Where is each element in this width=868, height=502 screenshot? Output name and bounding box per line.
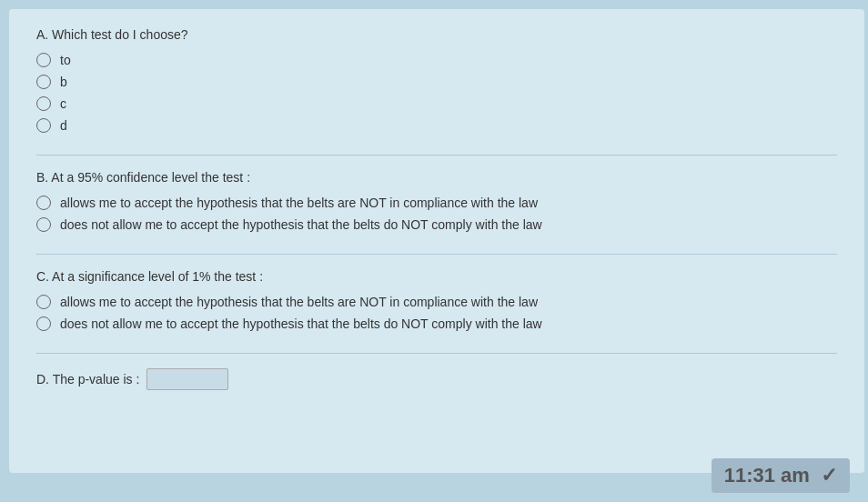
radio-b1[interactable] <box>36 196 51 210</box>
list-item: does not allow me to accept the hypothes… <box>36 217 837 232</box>
time-display: 11:31 am ✓ <box>712 458 850 493</box>
radio-c1[interactable] <box>36 295 51 309</box>
radio-a1[interactable] <box>36 53 51 67</box>
option-b1-text: allows me to accept the hypothesis that … <box>60 196 538 210</box>
divider-bc <box>36 254 837 255</box>
radio-c2[interactable] <box>36 316 51 331</box>
question-c-options: allows me to accept the hypothesis that … <box>36 295 837 331</box>
radio-b2[interactable] <box>36 217 51 232</box>
question-b-options: allows me to accept the hypothesis that … <box>36 196 837 232</box>
main-container: A. Which test do I choose? to b c d <box>0 0 868 502</box>
option-b2-text: does not allow me to accept the hypothes… <box>60 217 542 232</box>
option-c2-text: does not allow me to accept the hypothes… <box>60 316 542 331</box>
time-text: 11:31 am <box>724 464 810 487</box>
question-b-label: B. At a 95% confidence level the test : <box>36 170 837 185</box>
radio-a4[interactable] <box>36 118 51 133</box>
bottom-bar: 11:31 am ✓ <box>712 458 850 493</box>
list-item: allows me to accept the hypothesis that … <box>36 196 837 210</box>
option-c1-text: allows me to accept the hypothesis that … <box>60 295 538 309</box>
option-a2-text: b <box>60 75 67 89</box>
p-value-input[interactable] <box>146 368 228 390</box>
radio-a2[interactable] <box>36 75 51 89</box>
list-item: d <box>36 118 837 133</box>
question-b-block: B. At a 95% confidence level the test : … <box>36 170 837 232</box>
list-item: allows me to accept the hypothesis that … <box>36 295 837 309</box>
question-a-block: A. Which test do I choose? to b c d <box>36 27 837 133</box>
question-c-block: C. At a significance level of 1% the tes… <box>36 269 837 331</box>
radio-a3[interactable] <box>36 96 51 111</box>
list-item: b <box>36 75 837 89</box>
list-item: does not allow me to accept the hypothes… <box>36 316 837 331</box>
divider-cd <box>36 353 837 354</box>
p-value-row: D. The p-value is : <box>36 368 837 390</box>
question-c-label: C. At a significance level of 1% the tes… <box>36 269 837 284</box>
list-item: c <box>36 96 837 111</box>
checkmark-icon: ✓ <box>821 464 837 487</box>
question-a-options: to b c d <box>36 53 837 133</box>
quiz-card: A. Which test do I choose? to b c d <box>9 9 864 473</box>
option-a1-text: to <box>60 53 71 67</box>
option-a4-text: d <box>60 118 67 133</box>
list-item: to <box>36 53 837 67</box>
question-a-label: A. Which test do I choose? <box>36 27 837 42</box>
question-d-label: D. The p-value is : <box>36 372 139 387</box>
question-d-block: D. The p-value is : <box>36 368 837 390</box>
divider-ab <box>36 155 837 156</box>
option-a3-text: c <box>60 96 66 111</box>
